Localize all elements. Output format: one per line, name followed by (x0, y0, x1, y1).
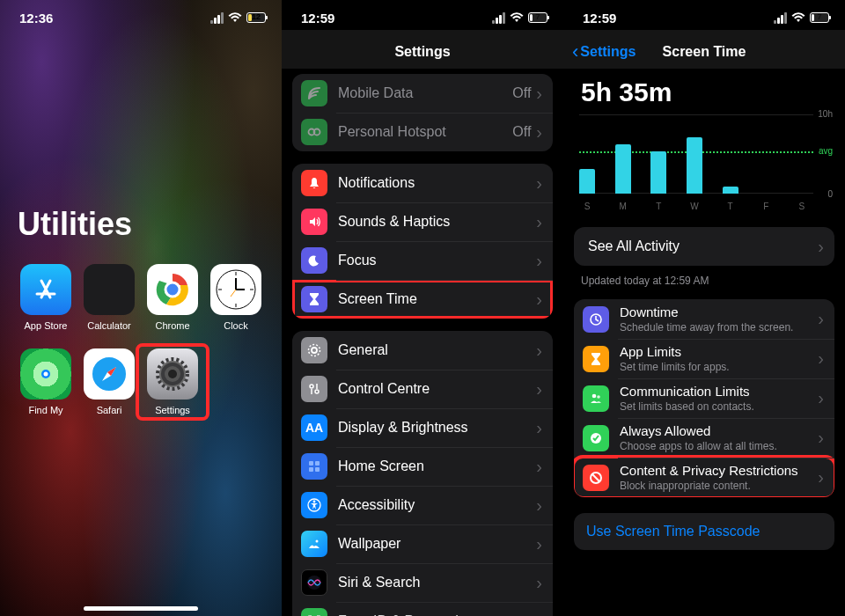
row-communication-limits[interactable]: Communication LimitsSet limits based on … (574, 378, 834, 418)
row-app-limits[interactable]: App LimitsSet time limits for apps. › (574, 339, 834, 378)
row-label: Focus (338, 253, 536, 268)
chevron-right-icon: › (818, 309, 824, 329)
row-content-privacy[interactable]: Content & Privacy RestrictionsBlock inap… (574, 458, 834, 497)
row-label: Communication Limits (620, 384, 818, 399)
row-home-screen[interactable]: Home Screen › (292, 447, 553, 486)
row-value: Off (512, 85, 531, 101)
nav-title: Settings (282, 30, 563, 69)
nav-bar: ‹ Settings Screen Time (563, 30, 845, 69)
status-bar: 12:59 7 (282, 0, 563, 30)
row-subtitle: Set time limits for apps. (620, 361, 818, 373)
app-find-my[interactable]: Find My (14, 348, 77, 415)
row-personal-hotspot[interactable]: Personal Hotspot Off › (292, 113, 553, 151)
chart-x-label: S (794, 202, 810, 211)
chart-bar (687, 137, 702, 194)
chart-x-label: S (579, 202, 595, 211)
use-passcode-link[interactable]: Use Screen Time Passcode (574, 513, 834, 550)
svg-point-37 (592, 393, 597, 398)
app-label: App Store (25, 320, 68, 331)
app-app-store[interactable]: App Store (14, 264, 77, 331)
app-clock[interactable]: Clock (204, 264, 268, 331)
chevron-right-icon: › (536, 573, 542, 593)
chart-x-label: F (758, 202, 774, 211)
display-icon: AA (301, 414, 327, 441)
app-store-icon (20, 264, 71, 315)
chevron-left-icon: ‹ (572, 45, 578, 59)
app-label: Clock (224, 320, 248, 331)
app-grid: App Store Calculator Chrome Clock (0, 264, 282, 415)
svg-point-33 (313, 501, 316, 503)
app-label: Settings (155, 405, 190, 415)
chevron-right-icon: › (536, 379, 542, 400)
wifi-icon (510, 11, 524, 26)
find-my-icon (20, 348, 71, 400)
app-label: Calculator (87, 320, 131, 331)
row-see-all-activity[interactable]: See All Activity › (574, 227, 834, 266)
app-label: Safari (97, 405, 122, 415)
status-bar: 12:59 7 (563, 0, 845, 30)
app-chrome[interactable]: Chrome (141, 264, 204, 331)
home-indicator[interactable] (84, 606, 198, 611)
chevron-right-icon: › (536, 418, 542, 438)
row-downtime[interactable]: DowntimeSchedule time away from the scre… (574, 299, 834, 339)
safari-icon (84, 348, 135, 400)
chart-bar (615, 144, 631, 194)
status-time: 12:59 (301, 11, 334, 26)
calculator-icon (84, 264, 135, 315)
svg-point-38 (597, 395, 600, 399)
row-label: Mobile Data (338, 85, 512, 101)
face-id-icon (301, 608, 327, 616)
row-wallpaper[interactable]: Wallpaper › (292, 524, 553, 563)
row-focus[interactable]: Focus › (292, 241, 553, 280)
chrome-icon (147, 264, 198, 315)
status-time: 12:59 (583, 11, 616, 26)
row-display-brightness[interactable]: AA Display & Brightness › (292, 408, 553, 447)
focus-icon (301, 247, 327, 274)
svg-point-34 (316, 540, 319, 543)
row-notifications[interactable]: Notifications › (292, 164, 553, 202)
chevron-right-icon: › (818, 237, 824, 257)
app-label: Chrome (155, 320, 189, 331)
row-siri-search[interactable]: Siri & Search › (292, 563, 553, 602)
screen-time-options: DowntimeSchedule time away from the scre… (574, 299, 834, 497)
row-face-id[interactable]: Face ID & Passcode › (292, 602, 553, 616)
app-settings[interactable]: Settings (137, 345, 208, 419)
back-label: Settings (580, 44, 636, 60)
svg-line-41 (592, 473, 599, 480)
settings-group-general: General › Control Centre › AA Display & … (292, 331, 553, 616)
chart-avg-label: avg (819, 146, 833, 156)
row-label: Personal Hotspot (338, 124, 512, 140)
row-label: Screen Time (338, 291, 536, 307)
chevron-right-icon: › (536, 495, 542, 516)
settings-screen: 12:59 7 Settings Mobile Data Off › Perso… (282, 0, 563, 616)
chart-ymin: 0 (827, 189, 833, 199)
back-button[interactable]: ‹ Settings (572, 44, 636, 60)
row-mobile-data[interactable]: Mobile Data Off › (292, 74, 553, 113)
chevron-right-icon: › (818, 467, 824, 488)
row-label: Always Allowed (620, 423, 818, 438)
row-control-centre[interactable]: Control Centre › (292, 370, 553, 408)
chevron-right-icon: › (536, 612, 542, 617)
row-screen-time[interactable]: Screen Time › (292, 280, 553, 319)
wifi-icon (228, 11, 242, 26)
row-general[interactable]: General › (292, 331, 553, 370)
row-label: Display & Brightness (338, 420, 536, 436)
chart-bar (650, 151, 666, 194)
chevron-right-icon: › (536, 457, 542, 477)
row-label: Sounds & Haptics (338, 214, 536, 230)
screen-time-total: 5h 35m (563, 69, 845, 111)
row-always-allowed[interactable]: Always AllowedChoose apps to allow at al… (574, 418, 834, 458)
row-accessibility[interactable]: Accessibility › (292, 486, 553, 524)
app-calculator[interactable]: Calculator (77, 264, 141, 331)
link-label: Use Screen Time Passcode (586, 524, 760, 539)
battery-icon: 7 (528, 12, 547, 23)
app-safari[interactable]: Safari (77, 348, 141, 415)
chart-x-label: M (615, 202, 631, 211)
svg-point-22 (312, 348, 317, 353)
chart-bar (579, 169, 595, 194)
chevron-right-icon: › (536, 290, 542, 310)
chevron-right-icon: › (536, 341, 542, 361)
svg-point-23 (309, 345, 320, 356)
row-sounds-haptics[interactable]: Sounds & Haptics › (292, 202, 553, 241)
chevron-right-icon: › (536, 251, 542, 271)
